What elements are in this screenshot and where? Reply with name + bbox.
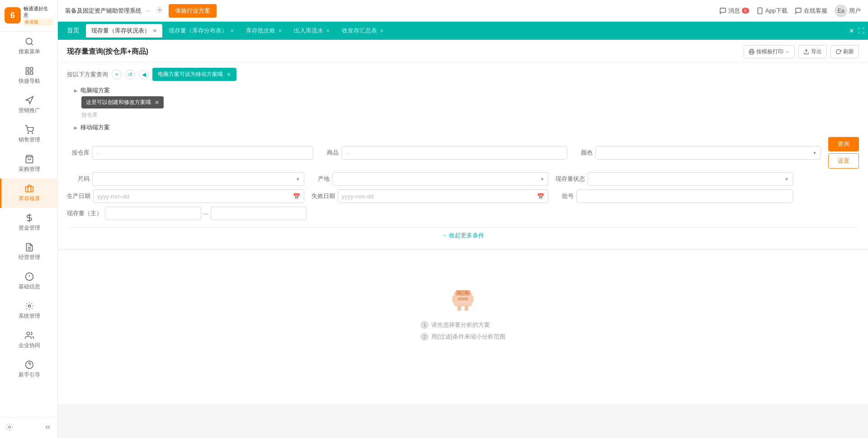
topbar: 装备及固定资产辅助管理系统 体验行业方案 消息 6 App下载 在线客服 — [58, 0, 868, 22]
empty-tip-2: 2 用[过滤]条件来缩小分析范围 — [420, 333, 505, 341]
scheme-tree: ▶ 电脑端方案 这里可以创建和修改方案哦 ✕ 按仓库 ▶ 移动端方案 — [74, 85, 859, 133]
sidebar-label-operations: 经营管理 — [19, 254, 40, 261]
reset-button[interactable]: 设置 — [828, 153, 859, 169]
sidebar-item-basic[interactable]: 基础信息 — [0, 267, 57, 296]
sidebar-item-enterprise[interactable]: 企业协同 — [0, 325, 57, 355]
main-area: 装备及固定资产辅助管理系统 体验行业方案 消息 6 App下载 在线客服 — [58, 0, 868, 438]
app-download-button[interactable]: App下载 — [756, 7, 788, 15]
svg-rect-4 — [30, 71, 33, 74]
expire-date-field: 失效日期 yyyy-mm-dd 📅 — [311, 189, 549, 203]
sidebar-item-marketing[interactable]: 营销推广 — [0, 90, 57, 120]
batch-input[interactable] — [576, 189, 793, 203]
svg-point-0 — [26, 38, 32, 44]
refresh-scheme-button[interactable]: ↺ — [125, 70, 135, 80]
origin-label: 产地 — [311, 175, 330, 183]
sidebar-item-purchase[interactable]: 采购管理 — [0, 149, 57, 179]
sidebar-logo: 6 畅通通好生意 标准版 — [0, 0, 57, 32]
refresh-label: 刷新 — [843, 48, 854, 56]
search-row-2: 尺码 ▼ 产地 ▼ 现存量状态 — [67, 172, 859, 186]
goods-input[interactable]: ··· — [341, 146, 567, 160]
system-name: 装备及固定资产辅助管理系统 — [65, 7, 142, 15]
export-button[interactable]: 导出 — [798, 45, 827, 58]
online-service-button[interactable]: 在线客服 — [795, 7, 827, 15]
tabbar-actions: ✕ ⛶ — [849, 27, 864, 34]
sidebar-item-operations[interactable]: 经营管理 — [0, 237, 57, 267]
sidebar-item-search[interactable]: 搜索菜单 — [0, 32, 57, 61]
warehouse-input[interactable]: ··· — [92, 146, 313, 160]
tab-close-inventory-status[interactable]: ✕ — [153, 28, 157, 34]
scheme-label: 按以下方案查询 — [67, 71, 108, 79]
sidebar-label-system: 系统管理 — [19, 312, 40, 320]
warehouse-field: 按仓库 ··· — [67, 146, 313, 160]
origin-select[interactable]: ▼ — [332, 172, 549, 186]
template-print-button[interactable]: 按模板打印 — [744, 45, 795, 58]
stock-status-label: 现存量状态 — [556, 175, 585, 183]
sidebar-item-guide[interactable]: 新手引导 — [0, 355, 57, 384]
prev-scheme-button[interactable]: ◀ — [139, 70, 149, 80]
tab-summary[interactable]: 收发存汇总表 ✕ — [336, 24, 389, 38]
sidebar-item-system[interactable]: 系统管理 — [0, 296, 57, 325]
prod-date-start-input[interactable]: yyyy-mm-dd 📅 — [93, 189, 304, 203]
stock-status-select[interactable]: ▼ — [588, 172, 793, 186]
user-menu[interactable]: Ea 用户 — [835, 5, 861, 17]
size-select[interactable]: ▼ — [92, 172, 304, 186]
svg-point-5 — [28, 132, 29, 133]
sidebar-label-search: 搜索菜单 — [19, 48, 40, 56]
tooltip2-close-icon[interactable]: ✕ — [155, 99, 159, 106]
experience-btn[interactable]: 体验行业方案 — [169, 4, 217, 18]
scheme-tooltip-2: 这里可以创建和修改方案哦 ✕ — [81, 96, 164, 108]
add-scheme-button[interactable]: + — [112, 70, 122, 80]
tab-home[interactable]: 首页 — [61, 24, 85, 38]
tab-close-inventory-dist[interactable]: ✕ — [230, 28, 234, 34]
sidebar-label-sales: 销售管理 — [19, 136, 40, 144]
sidebar-label-basic: 基础信息 — [19, 283, 40, 291]
search-button[interactable]: 查询 — [828, 137, 859, 151]
svg-rect-1 — [26, 67, 29, 70]
collapse-sidebar-icon[interactable] — [44, 423, 52, 433]
close-all-tabs-button[interactable]: ✕ — [849, 27, 854, 34]
tab-close-batch-account[interactable]: ✕ — [278, 28, 282, 34]
fullscreen-button[interactable]: ⛶ — [858, 27, 864, 34]
search-action-btns: 查询 设置 — [828, 137, 859, 169]
empty-state: 1 请先选择要分析的方案 2 用[过滤]条件来缩小分析范围 — [58, 250, 868, 368]
settings-gear-icon[interactable] — [156, 6, 163, 15]
system-selector[interactable]: 装备及固定资产辅助管理系统 — [65, 7, 151, 15]
qty-label: 现存量（主） — [67, 209, 102, 217]
tab-close-inout-flow[interactable]: ✕ — [326, 28, 330, 34]
sidebar-item-sales[interactable]: 销售管理 — [0, 120, 57, 149]
sidebar-item-inventory[interactable]: 库存核算 — [0, 179, 57, 208]
scheme-pc-group[interactable]: ▶ 电脑端方案 — [74, 85, 859, 96]
refresh-button[interactable]: 刷新 — [830, 45, 859, 58]
qty-max-input[interactable] — [211, 207, 307, 220]
prod-date-label: 生产日期 — [67, 192, 90, 200]
tab-batch-account[interactable]: 库存批次账 ✕ — [241, 24, 288, 38]
color-select[interactable]: ▼ — [595, 146, 821, 160]
tab-inout-flow[interactable]: 出入库流水 ✕ — [288, 24, 335, 38]
size-chevron: ▼ — [296, 177, 300, 182]
goods-field: 商品 ··· — [321, 146, 567, 160]
messages-button[interactable]: 消息 6 — [719, 7, 749, 15]
empty-tip-1: 1 请先选择要分析的方案 — [420, 321, 505, 329]
expire-date-input[interactable]: yyyy-mm-dd 📅 — [338, 189, 549, 203]
page-actions: 按模板打印 导出 刷新 — [744, 45, 859, 58]
sidebar-label-finance: 资金管理 — [19, 224, 40, 232]
warehouse-dots: ··· — [96, 150, 101, 156]
sidebar-item-quicknav[interactable]: 快捷导航 — [0, 61, 57, 90]
tip-text-2: 用[过滤]条件来缩小分析范围 — [431, 333, 505, 341]
scheme-tooltip-1: 电脑方案可设为移动方案哦 ✕ — [152, 68, 236, 81]
svg-point-28 — [465, 291, 468, 294]
tooltip1-close-icon[interactable]: ✕ — [226, 71, 231, 78]
qty-min-input[interactable] — [105, 207, 201, 220]
page-title: 现存量查询(按仓库+商品) — [67, 47, 148, 57]
collapse-conditions-button[interactable]: 收起更多条件 — [67, 227, 859, 243]
pc-warehouse-item[interactable]: 按仓库 — [81, 110, 859, 120]
qty-range-sep: — — [203, 210, 209, 217]
scheme-mobile-group[interactable]: ▶ 移动端方案 — [74, 122, 859, 133]
tab-inventory-status[interactable]: 现存量（库存状况表） ✕ — [86, 24, 162, 38]
search-row-3: 生产日期 yyyy-mm-dd 📅 失效日期 yyyy-mm-dd 📅 — [67, 189, 859, 203]
prod-date-field: 生产日期 yyyy-mm-dd 📅 — [67, 189, 304, 203]
sidebar-item-finance[interactable]: 资金管理 — [0, 208, 57, 237]
settings-icon[interactable] — [5, 423, 14, 433]
tab-inventory-dist[interactable]: 现存量（库存分布表） ✕ — [163, 24, 240, 38]
tab-close-summary[interactable]: ✕ — [380, 28, 384, 34]
